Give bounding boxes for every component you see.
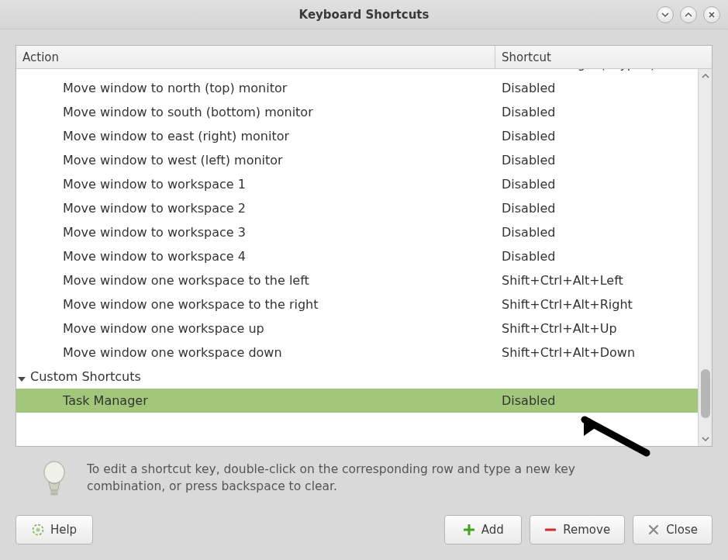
cell-action: Move window to east (right) monitor: [16, 129, 495, 143]
section-row[interactable]: Custom Shortcuts: [16, 365, 698, 389]
add-button[interactable]: Add: [444, 515, 522, 544]
cell-shortcut: Disabled: [495, 129, 698, 143]
table-row[interactable]: Move window to workspace 1Disabled: [16, 172, 698, 196]
cell-action: Move window to south (bottom) monitor: [16, 105, 495, 119]
minimize-button[interactable]: [657, 6, 674, 23]
cell-action: Move window one workspace up: [16, 321, 495, 336]
scrollbar-track[interactable]: [699, 83, 712, 432]
lightbulb-icon: [37, 458, 71, 500]
table-header: Action Shortcut: [16, 46, 712, 69]
window-controls: [657, 6, 720, 23]
cell-action: Move window one workspace down: [16, 345, 495, 360]
svg-point-4: [36, 528, 40, 532]
cell-action: Move window to workspace 3: [16, 225, 495, 240]
add-button-label: Add: [481, 523, 504, 537]
cell-action: Custom Shortcuts: [16, 369, 495, 384]
cell-shortcut: Disabled: [495, 393, 698, 408]
help-button-label: Help: [50, 523, 77, 537]
cell-shortcut: Disabled: [495, 225, 698, 240]
cell-shortcut: Disabled: [495, 81, 698, 95]
remove-button[interactable]: Remove: [530, 515, 625, 544]
shortcuts-table: Action Shortcut Move window to center of…: [16, 45, 712, 447]
cell-shortcut: Disabled: [495, 201, 698, 216]
table-row[interactable]: Move window to center of screenCtrl+Alt+…: [16, 69, 698, 76]
cell-shortcut: Disabled: [495, 177, 698, 192]
window: Keyboard Shortcuts Action Shortcut Move …: [0, 0, 728, 560]
close-dialog-button[interactable]: Close: [633, 515, 712, 544]
cell-action: Move window one workspace to the right: [16, 297, 495, 312]
table-row[interactable]: Move window one workspace to the rightSh…: [16, 292, 698, 316]
scrollbar-thumb[interactable]: [701, 369, 710, 418]
cell-shortcut: Disabled: [495, 153, 698, 168]
table-row[interactable]: Move window to east (right) monitorDisab…: [16, 124, 698, 148]
table-row[interactable]: Move window to north (top) monitorDisabl…: [16, 76, 698, 100]
cell-shortcut: Shift+Ctrl+Alt+Up: [495, 321, 698, 336]
window-title: Keyboard Shortcuts: [299, 8, 430, 22]
table-row[interactable]: Move window one workspace downShift+Ctrl…: [16, 340, 698, 365]
table-row[interactable]: Move window to west (left) monitorDisabl…: [16, 148, 698, 172]
plus-icon: [463, 524, 475, 536]
table-row[interactable]: Move window one workspace to the leftShi…: [16, 268, 698, 292]
cell-action: Move window to workspace 1: [16, 177, 495, 192]
column-header-shortcut[interactable]: Shortcut: [495, 46, 712, 68]
cell-shortcut: Shift+Ctrl+Alt+Right: [495, 297, 698, 312]
close-button-label: Close: [666, 523, 698, 537]
cell-shortcut: Shift+Ctrl+Alt+Left: [495, 273, 698, 288]
expander-icon[interactable]: [18, 377, 26, 382]
scroll-area[interactable]: Move window to center of screenCtrl+Alt+…: [16, 69, 698, 446]
cell-shortcut: Disabled: [495, 249, 698, 264]
svg-point-0: [44, 461, 64, 483]
titlebar[interactable]: Keyboard Shortcuts: [0, 0, 728, 29]
cell-shortcut: Ctrl+Alt+Begin (keypad): [495, 69, 698, 71]
cell-action: Move window to center of screen: [16, 69, 495, 71]
hint-text: To edit a shortcut key, double-click on …: [87, 458, 645, 496]
cell-action: Move window to west (left) monitor: [16, 153, 495, 168]
cell-action: Move window to workspace 4: [16, 249, 495, 264]
close-icon: [647, 524, 660, 536]
help-icon: [32, 524, 44, 536]
scroll-up-arrow[interactable]: [699, 69, 712, 83]
table-body: Move window to center of screenCtrl+Alt+…: [16, 69, 712, 446]
cell-shortcut: Shift+Ctrl+Alt+Down: [495, 345, 698, 360]
table-row[interactable]: Move window to workspace 4Disabled: [16, 244, 698, 268]
content-area: Action Shortcut Move window to center of…: [0, 29, 728, 560]
remove-button-label: Remove: [563, 523, 610, 537]
minus-icon: [544, 524, 557, 536]
cell-shortcut: Disabled: [495, 105, 698, 119]
table-row[interactable]: Move window one workspace upShift+Ctrl+A…: [16, 316, 698, 340]
column-header-action[interactable]: Action: [16, 46, 495, 68]
table-row[interactable]: Task ManagerDisabled: [16, 389, 698, 413]
help-button[interactable]: Help: [16, 515, 93, 544]
table-row[interactable]: Move window to south (bottom) monitorDis…: [16, 100, 698, 124]
svg-rect-1: [50, 489, 58, 493]
cell-action: Move window to workspace 2: [16, 201, 495, 216]
cell-action: Task Manager: [16, 393, 495, 408]
table-row[interactable]: Move window to workspace 3Disabled: [16, 220, 698, 244]
close-button[interactable]: [703, 6, 720, 23]
maximize-button[interactable]: [680, 6, 697, 23]
button-row: Help Add Remove Close: [16, 504, 712, 544]
table-row[interactable]: Move window to workspace 2Disabled: [16, 196, 698, 220]
vertical-scrollbar[interactable]: [698, 69, 712, 446]
scroll-down-arrow[interactable]: [699, 432, 712, 446]
cell-action: Move window one workspace to the left: [16, 273, 495, 288]
svg-rect-2: [50, 493, 58, 496]
hint-row: To edit a shortcut key, double-click on …: [16, 447, 712, 504]
cell-action: Move window to north (top) monitor: [16, 81, 495, 95]
